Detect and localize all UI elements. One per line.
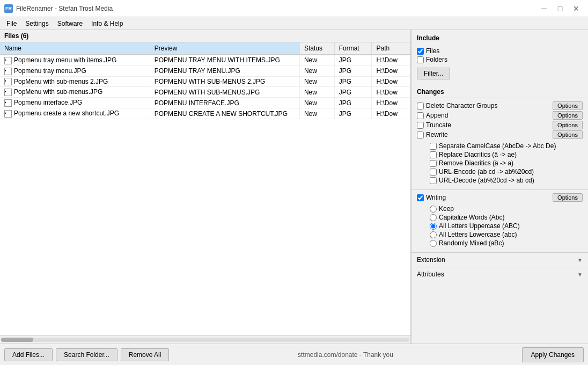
titlebar-left: FR FileRenamer - Stefan Trost Media [4,4,113,13]
include-title: Include [411,30,588,44]
table-row[interactable]: ▪PopMenu with sub-menus.JPG POPMENU WITH… [0,87,410,98]
col-path[interactable]: Path [372,42,410,55]
radio-option-2[interactable] [430,223,437,230]
append-checkbox[interactable] [417,112,424,119]
radio-row-2: All Letters Uppercase (ABC) [430,222,577,230]
search-folder-button[interactable]: Search Folder... [56,348,117,361]
indent-option-checkbox-0[interactable] [430,143,437,150]
menu-file[interactable]: File [2,19,21,28]
attributes-section[interactable]: Attributes ▼ [411,267,588,281]
cell-status: New [299,65,334,76]
menu-software[interactable]: Software [53,19,87,28]
cell-format: JPG [334,108,372,119]
hscroll-thumb[interactable] [1,338,33,342]
app-icon: FR [4,4,13,13]
folders-checkbox[interactable] [417,56,424,63]
delete-char-groups-checkbox[interactable] [417,103,424,110]
cell-format: JPG [334,55,372,65]
remove-all-button[interactable]: Remove All [121,348,170,361]
writing-checkbox[interactable] [417,194,424,201]
menu-info-help[interactable]: Info & Help [87,19,127,28]
file-panel-header: Files (6) [0,30,410,42]
col-format[interactable]: Format [334,42,372,55]
table-row[interactable]: ▪Popmenu tray menu.JPG POPMENU TRAY MENU… [0,65,410,76]
cell-path: H:\Dow [372,98,410,108]
table-row[interactable]: ▪Popmenu tray menu with items.JPG POPMEN… [0,55,410,65]
append-options-btn[interactable]: Options [553,111,583,120]
extension-section[interactable]: Extension ▼ [411,252,588,267]
hscroll-track [1,338,409,342]
attributes-label: Attributes [417,271,444,278]
indent-option-checkbox-4[interactable] [430,177,437,184]
radio-option-label-0: Keep [439,205,454,213]
file-table[interactable]: Name Preview Status Format Path ▪Popmenu… [0,42,410,335]
writing-label: Writing [426,194,446,201]
change-row-rewrite: Rewrite Options [417,130,583,139]
rewrite-options-btn[interactable]: Options [553,130,583,139]
apply-changes-button[interactable]: Apply Changes [522,347,584,362]
indent-option-checkbox-3[interactable] [430,169,437,176]
radio-option-0[interactable] [430,206,437,213]
indent-option-checkbox-1[interactable] [430,151,437,158]
truncate-options-btn[interactable]: Options [553,121,583,129]
table-row[interactable]: ▪PopMenu with sub-menus 2.JPG POPMENU WI… [0,76,410,87]
writing-section-inner: Writing Options Keep Capitalize Words (A… [411,189,588,252]
writing-section: Writing Options Keep Capitalize Words (A… [411,189,588,252]
col-status[interactable]: Status [299,42,334,55]
cell-format: JPG [334,98,372,108]
files-label: Files [426,47,439,55]
indent-option-label-4: URL-Decode (ab%20cd -> ab cd) [439,177,534,184]
rewrite-checkbox[interactable] [417,132,424,138]
close-button[interactable]: ✕ [569,3,584,14]
cell-status: New [299,76,334,87]
writing-header: Writing Options [417,193,583,202]
cell-path: H:\Dow [372,108,410,119]
cell-status: New [299,87,334,98]
titlebar: FR FileRenamer - Stefan Trost Media ─ □ … [0,0,588,17]
file-panel: Files (6) Name Preview Status Format Pat… [0,30,411,344]
writing-options-btn[interactable]: Options [553,193,583,202]
horizontal-scrollbar[interactable] [0,335,410,344]
minimize-button[interactable]: ─ [536,3,552,14]
table-header-row: Name Preview Status Format Path [0,42,410,55]
radio-option-3[interactable] [430,231,437,238]
change-row-delete-left: Delete Character Groups [417,102,553,110]
truncate-label: Truncate [426,121,451,129]
indent-option-row-2: Remove Diacritics (ä -> a) [430,159,577,167]
radio-option-4[interactable] [430,240,437,247]
col-preview[interactable]: Preview [150,42,299,55]
changes-title: Changes [411,84,588,98]
truncate-checkbox[interactable] [417,122,424,129]
cell-preview: POPMENU CREATE A NEW SHORTCUT.JPG [150,108,299,119]
indent-options: Separate CamelCase (AbcDe -> Abc De) Rep… [417,140,583,187]
changes-options: Delete Character Groups Options Append O… [411,98,588,189]
radio-group: Keep Capitalize Words (Abc) All Letters … [417,203,583,250]
menu-settings[interactable]: Settings [21,19,53,28]
table-row[interactable]: ▪Popmenu create a new shortcut.JPG POPME… [0,108,410,119]
filter-button[interactable]: Filter... [417,68,450,79]
indent-option-label-3: URL-Encode (ab cd -> ab%20cd) [439,168,534,176]
radio-option-1[interactable] [430,214,437,221]
cell-preview: POPMENU WITH SUB-MENUS 2.JPG [150,76,299,87]
col-name[interactable]: Name [0,42,150,55]
files-checkbox[interactable] [417,48,424,55]
include-section: Include Files Folders Filter... [411,30,588,84]
cell-path: H:\Dow [372,87,410,98]
add-files-button[interactable]: Add Files... [4,348,53,361]
radio-row-1: Capitalize Words (Abc) [430,214,577,221]
rewrite-label: Rewrite [426,131,448,138]
status-text: sttmedia.com/donate - Thank you [298,351,393,359]
change-row-delete: Delete Character Groups Options [417,101,583,110]
cell-preview: POPMENU TRAY MENU.JPG [150,65,299,76]
right-panel: Include Files Folders Filter... Changes [411,30,588,344]
indent-option-checkbox-2[interactable] [430,160,437,167]
cell-format: JPG [334,65,372,76]
extension-label: Extension [417,256,445,264]
files-table: Name Preview Status Format Path ▪Popmenu… [0,42,410,119]
radio-row-3: All Letters Lowercase (abc) [430,231,577,238]
cell-name: ▪Popmenu interface.JPG [0,98,150,108]
change-row-append-left: Append [417,112,553,119]
table-row[interactable]: ▪Popmenu interface.JPG POPMENU INTERFACE… [0,98,410,108]
delete-char-groups-options-btn[interactable]: Options [553,101,583,110]
maximize-button[interactable]: □ [553,3,568,14]
